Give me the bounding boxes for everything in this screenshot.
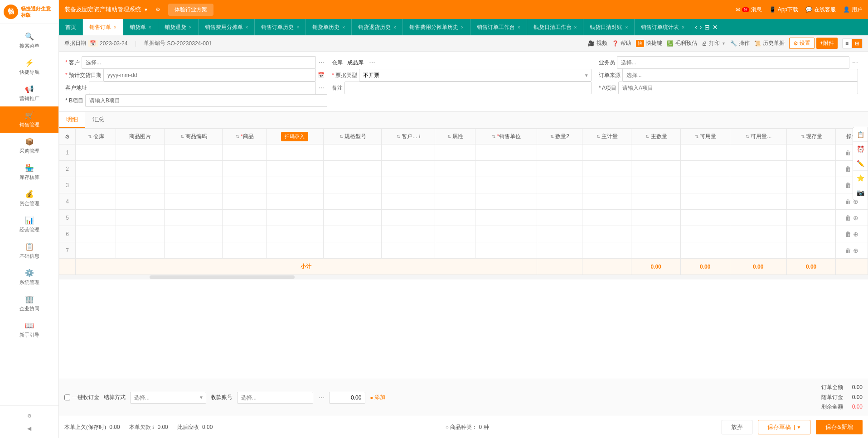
row-warehouse-2[interactable] xyxy=(76,161,116,177)
account-input[interactable] xyxy=(237,392,313,404)
tab-home[interactable]: 首页 xyxy=(59,19,83,35)
sidebar-collapse-btn[interactable]: ◀ xyxy=(0,423,58,434)
tab-menu-arrow[interactable]: ⊟ xyxy=(703,23,711,32)
row-main-qty-7[interactable] xyxy=(631,242,681,259)
row-qty2-4[interactable] xyxy=(537,193,582,210)
row-product-1[interactable] xyxy=(222,144,266,161)
row-delete-btn-5[interactable]: 🗑 xyxy=(845,214,851,221)
row-delete-btn-7[interactable]: 🗑 xyxy=(845,247,851,254)
tab-summary[interactable]: 汇总 xyxy=(85,112,112,128)
sidebar-item-system[interactable]: ⚙️ 系统管理 xyxy=(0,264,58,290)
row-cust-code-2[interactable] xyxy=(382,161,435,177)
row-product-2[interactable] xyxy=(222,161,266,177)
sidebar-item-purchase[interactable]: 📦 采购管理 xyxy=(0,133,58,159)
one-click-checkbox-label[interactable]: 一键收订金 xyxy=(64,394,99,401)
add-payment-btn[interactable]: ● 添加 xyxy=(370,394,385,401)
view-grid-btn[interactable]: ⊞ xyxy=(852,39,862,48)
tab-sales-return[interactable]: 销货退货 × xyxy=(158,19,199,35)
staff-input[interactable] xyxy=(617,56,849,69)
save-draft-button[interactable]: 保存草稿 ▼ xyxy=(758,420,811,434)
customer-dots[interactable]: ··· xyxy=(319,58,325,67)
row-cust-code-4[interactable] xyxy=(382,193,435,210)
th-sales-unit[interactable]: ⇅ *销售单位 xyxy=(475,129,537,144)
row-delete-btn-4[interactable]: 🗑 xyxy=(845,198,851,205)
right-icon-star[interactable]: ⭐ xyxy=(853,171,868,185)
row-spec-3[interactable] xyxy=(323,177,381,193)
scan-btn[interactable]: 扫码录入 xyxy=(281,132,308,141)
row-spec-4[interactable] xyxy=(323,193,381,210)
row-sales-unit-1[interactable] xyxy=(475,144,537,161)
th-available2[interactable]: ⇅ 可用量... xyxy=(730,129,786,144)
row-delete-btn-3[interactable]: 🗑 xyxy=(845,182,851,189)
tab-detail[interactable]: 明细 xyxy=(59,112,85,128)
sidebar-item-operation[interactable]: 📊 经营管理 xyxy=(0,212,58,238)
row-spec-7[interactable] xyxy=(323,242,381,259)
tab-workbench[interactable]: 销售订单工作台 × xyxy=(470,19,527,35)
th-attribute[interactable]: ⇅ 属性 xyxy=(435,129,475,144)
tab-prev-arrow[interactable]: ‹ xyxy=(694,23,698,32)
payment-method-dropdown[interactable]: ▼ xyxy=(199,395,204,400)
tab-sales-expense[interactable]: 销售费用分摊单 × xyxy=(199,19,255,35)
tab-statistics-close[interactable]: × xyxy=(682,25,684,30)
tab-sales-return-close[interactable]: × xyxy=(189,25,192,30)
row-attr-5[interactable] xyxy=(435,210,475,226)
toolbar-history[interactable]: 📜 历史单据 xyxy=(754,39,785,47)
th-current-stock[interactable]: ⇅ 现存量 xyxy=(786,129,836,144)
row-code-2[interactable] xyxy=(164,161,222,177)
row-code-7[interactable] xyxy=(164,242,222,259)
row-attr-4[interactable] xyxy=(435,193,475,210)
remark-input[interactable] xyxy=(344,82,591,94)
row-code-5[interactable] xyxy=(164,210,222,226)
row-cust-code-7[interactable] xyxy=(382,242,435,259)
row-product-3[interactable] xyxy=(222,177,266,193)
toolbar-view[interactable]: 🎥 视频 xyxy=(588,39,607,47)
row-sales-unit-7[interactable] xyxy=(475,242,537,259)
row-delete-btn-1[interactable]: 🗑 xyxy=(845,149,851,156)
a-project-input[interactable] xyxy=(618,82,858,94)
row-attr-7[interactable] xyxy=(435,242,475,259)
right-icon-clipboard[interactable]: 📋 xyxy=(853,127,868,142)
toolbar-print[interactable]: 🖨 打印 ▼ xyxy=(702,39,726,47)
row-warehouse-5[interactable] xyxy=(76,210,116,226)
row-delete-btn-6[interactable]: 🗑 xyxy=(845,231,851,238)
toolbar-actions[interactable]: 🔧 操作 xyxy=(730,39,750,47)
tab-workbench-close[interactable]: × xyxy=(518,25,520,30)
tab-sales-order-history[interactable]: 销售订单历史 × xyxy=(255,19,306,35)
sidebar-item-basicinfo[interactable]: 📋 基础信息 xyxy=(0,238,58,264)
row-main-qty-5[interactable] xyxy=(631,210,681,226)
tab-expense-history[interactable]: 销售费用分摊单历史 × xyxy=(403,19,470,35)
tab-reconcile[interactable]: 钱货日清对账 × xyxy=(583,19,635,35)
amount-input[interactable] xyxy=(329,392,365,404)
address-input[interactable] xyxy=(89,82,316,94)
view-list-btn[interactable]: ≡ xyxy=(843,39,851,48)
tab-next-arrow[interactable]: › xyxy=(699,23,703,32)
staff-dots[interactable]: ··· xyxy=(852,58,858,67)
tab-close-all[interactable]: ✕ xyxy=(712,23,719,32)
message-icon-btn[interactable]: ✉ 9 消息 xyxy=(736,6,762,14)
tab-expense-history-close[interactable]: × xyxy=(461,25,464,30)
right-icon-edit[interactable]: ✏️ xyxy=(853,156,868,171)
calendar-icon[interactable]: 📅 xyxy=(318,72,325,78)
row-copy-btn-5[interactable]: ⊕ xyxy=(853,214,858,221)
row-warehouse-1[interactable] xyxy=(76,144,116,161)
app-download-btn[interactable]: 📱 App下载 xyxy=(769,6,798,14)
toolbar-profit[interactable]: 💹 毛利预估 xyxy=(667,39,697,47)
row-main-qty-2[interactable] xyxy=(631,161,681,177)
table-scrollbar[interactable] xyxy=(59,275,868,279)
th-product[interactable]: ⇅ *商品 xyxy=(222,129,266,144)
right-icon-clock[interactable]: ⏰ xyxy=(853,142,868,156)
user-avatar[interactable]: 👤 用户 xyxy=(843,6,863,14)
row-sales-unit-2[interactable] xyxy=(475,161,537,177)
tab-reconcile-close[interactable]: × xyxy=(625,25,628,30)
row-qty2-5[interactable] xyxy=(537,210,582,226)
row-main-qty-1[interactable] xyxy=(631,144,681,161)
row-qty2-6[interactable] xyxy=(537,226,582,242)
row-cust-code-1[interactable] xyxy=(382,144,435,161)
sidebar-item-enterprise[interactable]: 🏢 企业协同 xyxy=(0,290,58,317)
sidebar-item-quicknav[interactable]: ⚡ 快捷导航 xyxy=(0,54,58,80)
row-warehouse-7[interactable] xyxy=(76,242,116,259)
row-attr-6[interactable] xyxy=(435,226,475,242)
system-title-area[interactable]: 装备及固定资产辅助管理系统 ▼ xyxy=(64,5,148,14)
row-delete-btn-2[interactable]: 🗑 xyxy=(845,165,851,173)
th-customer-code[interactable]: ⇅ 客户... ℹ xyxy=(382,129,435,144)
